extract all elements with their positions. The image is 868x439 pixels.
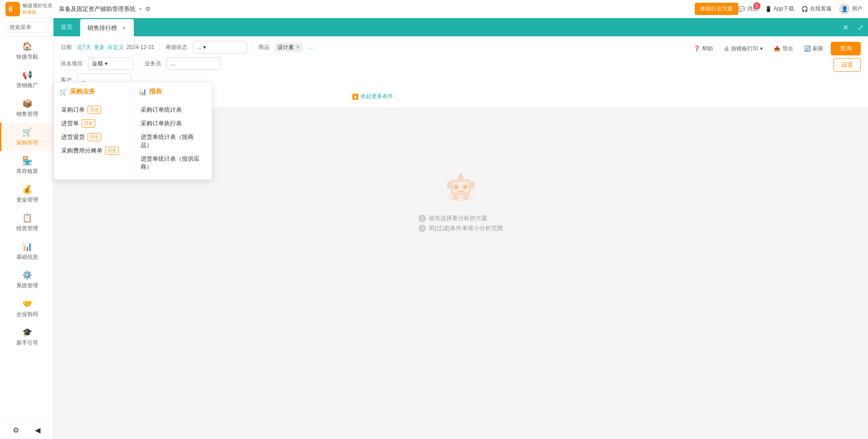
user-avatar: 👤 (839, 4, 850, 15)
user-label: 用户 (852, 5, 863, 13)
tab-bar: 首页 销售排行榜 ✕ ✕ ⤢ (54, 18, 868, 36)
staff-filter-label: 业务员 (145, 60, 161, 68)
popup-item-label: 进货单统计表（按商品） (141, 133, 205, 149)
help-button[interactable]: ❓ 帮助 (690, 43, 717, 54)
search-input[interactable] (5, 22, 49, 33)
svg-rect-10 (471, 182, 474, 189)
svg-point-8 (459, 173, 463, 177)
date-link-more[interactable]: 更多 (94, 44, 105, 51)
svg-rect-6 (457, 191, 464, 192)
history-badge: 历史 (88, 106, 101, 114)
tab-close-icon[interactable]: ✕ (122, 25, 126, 31)
cooperation-icon: 🤝 (22, 299, 32, 309)
empty-tip-2: 2 用[过滤]条件来缩小分析范围 (419, 224, 502, 232)
popup-col-purchase-header: 🛒 采购业务 (59, 88, 127, 99)
query-button[interactable]: 查询 (831, 42, 861, 55)
divider-2 (253, 43, 253, 52)
app-download-button[interactable]: 📱 App下载 (765, 5, 794, 13)
sidebar-item-label: 经营管理 (16, 225, 38, 232)
trial-button[interactable]: 体验行业方案 (695, 3, 738, 15)
popup-col-report-header: 📊 报表 (139, 88, 207, 99)
logo-edition: 标准版 (23, 9, 53, 15)
date-link-7days[interactable]: 近7天 (77, 44, 91, 51)
empty-tips: 1 请先选择要分析的方案 2 用[过滤]条件来缩小分析范围 (419, 214, 502, 234)
rank-arrow: ▾ (105, 60, 107, 67)
tab-home-label: 首页 (61, 23, 73, 31)
svg-point-4 (454, 185, 458, 189)
popup-item-return[interactable]: 进货退货 历史 (59, 130, 127, 144)
svg-rect-11 (454, 195, 458, 200)
filter-row-1: 日期 近7天 更多 自定义 2024-12-31 单据状态 ... (61, 41, 684, 54)
sidebar-item-sales[interactable]: 📦 销售管理 (0, 94, 53, 123)
sidebar-item-basic[interactable]: 📊 基础信息 (0, 237, 53, 266)
svg-rect-9 (447, 182, 451, 189)
tab-sales-rank[interactable]: 销售排行榜 ✕ (80, 19, 134, 37)
guide-icon: 🎓 (22, 327, 32, 337)
staff-placeholder: ... (171, 60, 175, 67)
headset-icon: 🎧 (801, 6, 808, 12)
sales-icon: 📦 (22, 99, 32, 109)
export-button[interactable]: 📤 导出 (770, 43, 797, 54)
staff-select[interactable]: ... (166, 57, 221, 70)
sidebar-item-label: 新手引导 (16, 339, 38, 347)
goods-tag-close[interactable]: ✕ (296, 44, 300, 50)
popup-item-order-stats[interactable]: 采购订单统计表 (139, 103, 207, 117)
popup-menu: 🛒 采购业务 采购订单 历史 进货单 历史 进货退货 历史 采购费用分摊单 历史… (54, 82, 212, 180)
tab-sales-rank-label: 销售排行榜 (88, 24, 117, 32)
goods-tag: 设计素 ✕ (275, 43, 303, 52)
sidebar-item-finance[interactable]: 💰 资金管理 (0, 180, 53, 208)
popup-item-inbound-supplier[interactable]: 进货单统计表（按供应商） (139, 152, 207, 174)
inventory-icon: 🏪 (22, 156, 32, 166)
online-service-button[interactable]: 🎧 在线客服 (801, 5, 832, 13)
date-link-custom[interactable]: 自定义 (107, 44, 124, 51)
popup-item-inbound-goods[interactable]: 进货单统计表（按商品） (139, 130, 207, 152)
print-arrow: ▾ (760, 45, 763, 52)
sidebar-item-operation[interactable]: 📋 经营管理 (0, 208, 53, 237)
marketing-icon: 📢 (22, 70, 32, 80)
sidebar-item-marketing[interactable]: 📢 营销推广 (0, 65, 53, 94)
gear-icon[interactable]: ⚙ (145, 5, 151, 12)
popup-col-report: 📊 报表 采购订单统计表 采购订单执行表 进货单统计表（按商品） 进货单统计表（… (133, 88, 212, 174)
tab-home[interactable]: 首页 (54, 18, 80, 36)
print-button[interactable]: 🖨 按模板打印 ▾ (720, 43, 766, 54)
message-button[interactable]: 💬 消息 5 (738, 5, 758, 13)
svg-rect-12 (463, 195, 468, 200)
popup-item-label: 进货单 (61, 119, 79, 128)
status-select[interactable]: ... ▾ (193, 41, 247, 54)
app-download-label: App下载 (774, 5, 794, 13)
popup-item-label: 进货退货 (61, 133, 85, 141)
export-label: 导出 (782, 45, 793, 53)
sidebar-item-guide[interactable]: 🎓 新手引导 (0, 323, 53, 351)
logo-title: 畅捷通好生意 (23, 2, 53, 9)
goods-filter-label: 商品 (258, 44, 269, 51)
tab-close-window-icon[interactable]: ✕ (838, 23, 853, 32)
report-col-icon: 📊 (139, 88, 146, 95)
sidebar-item-cooperation[interactable]: 🤝 企业协同 (0, 294, 53, 323)
sidebar-item-inventory[interactable]: 🏪 库存核算 (0, 151, 53, 180)
date-value: 2024-12-31 (127, 44, 154, 50)
popup-item-label: 采购订单 (61, 106, 85, 114)
popup-item-expense[interactable]: 采购费用分摊单 历史 (59, 144, 127, 158)
system-title: 装备及固定资产辅助管理系统 ▾ ⚙ (59, 5, 695, 13)
popup-item-inbound[interactable]: 进货单 历史 (59, 117, 127, 130)
sidebar-item-system[interactable]: ⚙️ 系统管理 (0, 266, 53, 294)
popup-item-label: 进货单统计表（按供应商） (141, 155, 205, 171)
settings-bottom-icon[interactable]: ⚙ (13, 426, 19, 434)
tab-expand-icon[interactable]: ⤢ (853, 23, 868, 32)
goods-more[interactable]: ... (308, 44, 313, 50)
user-button[interactable]: 👤 用户 (839, 4, 863, 15)
popup-item-order-exec[interactable]: 采购订单执行表 (139, 117, 207, 130)
refresh-button[interactable]: 🔄 刷新 (800, 43, 827, 54)
purchase-col-icon: 🛒 (59, 88, 67, 95)
svg-text:6: 6 (9, 5, 13, 13)
collapse-sidebar-icon[interactable]: ◀ (35, 426, 40, 434)
divider-1 (160, 43, 160, 52)
popup-item-purchase-order[interactable]: 采购订单 历史 (59, 103, 127, 117)
rank-select[interactable]: 金额 ▾ (88, 57, 133, 70)
sidebar-item-purchase[interactable]: 🛒 采购管理 (0, 123, 53, 151)
top-header: 6 畅捷通好生意 标准版 装备及固定资产辅助管理系统 ▾ ⚙ 体验行业方案 💬 … (0, 0, 868, 18)
logo-area: 6 畅捷通好生意 标准版 (5, 2, 59, 16)
settings-button[interactable]: 设置 (834, 58, 861, 72)
sidebar-item-quick[interactable]: 🏠 快捷导航 (0, 37, 53, 65)
system-dropdown-arrow[interactable]: ▾ (139, 6, 141, 11)
